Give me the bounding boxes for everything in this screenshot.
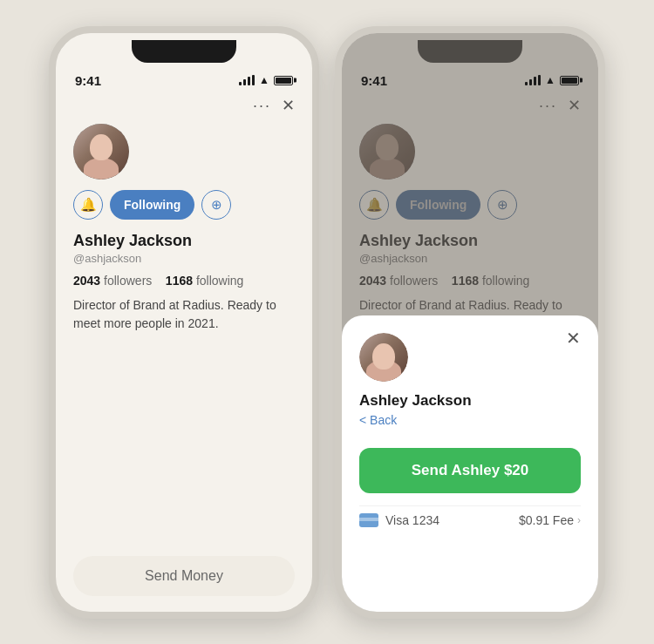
card-label: Visa 1234 bbox=[385, 513, 439, 527]
notch-shape-1 bbox=[132, 40, 236, 63]
signal-bars-2 bbox=[525, 75, 541, 85]
phone-overlay-2: ✕ Ashley Jackson Back Send Ashley $20 Vi… bbox=[342, 33, 598, 612]
modal-name: Ashley Jackson bbox=[359, 392, 581, 410]
phone-2: 9:41 ▲ ✕ Ashley Jackson Bac bbox=[335, 26, 605, 619]
payment-info-left: Visa 1234 bbox=[359, 513, 439, 527]
battery-icon-1 bbox=[274, 76, 293, 85]
wifi-icon-1: ▲ bbox=[259, 74, 269, 86]
more-options-btn-1[interactable]: ··· bbox=[253, 97, 271, 115]
fee-label: $0.91 Fee bbox=[519, 513, 574, 527]
followers-label-1: followers bbox=[104, 274, 152, 288]
signal-bars-1 bbox=[239, 75, 255, 85]
payment-fee[interactable]: $0.91 Fee › bbox=[519, 513, 581, 527]
time-1: 9:41 bbox=[75, 73, 101, 88]
profile-stats-1: 2043 followers 1168 following bbox=[73, 274, 295, 288]
following-btn-1[interactable]: Following bbox=[110, 190, 194, 220]
payment-info: Visa 1234 $0.91 Fee › bbox=[359, 505, 581, 534]
status-icons-1: ▲ bbox=[239, 74, 293, 86]
modal-avatar-art bbox=[359, 333, 408, 382]
modal-back-btn[interactable]: Back bbox=[359, 413, 581, 427]
phone-1: 9:41 ▲ ··· ✕ 🔔 Following bbox=[49, 26, 319, 619]
avatar-1 bbox=[73, 124, 129, 180]
modal-close-btn[interactable]: ✕ bbox=[566, 329, 581, 347]
status-icons-2: ▲ bbox=[525, 74, 579, 86]
following-label-1: following bbox=[196, 274, 243, 288]
chevron-right-icon: › bbox=[577, 514, 581, 526]
battery-icon-2 bbox=[560, 76, 579, 85]
bell-btn-1[interactable]: 🔔 bbox=[73, 190, 103, 220]
time-2: 9:41 bbox=[361, 73, 387, 88]
phones-container: 9:41 ▲ ··· ✕ 🔔 Following bbox=[31, 9, 623, 636]
card-header-1: ··· ✕ bbox=[73, 97, 295, 115]
avatar-art-1 bbox=[73, 124, 129, 180]
profile-bio-1: Director of Brand at Radius. Ready to me… bbox=[73, 296, 295, 333]
followers-count-1: 2043 bbox=[73, 274, 100, 288]
action-buttons-1: 🔔 Following ⊕ bbox=[73, 190, 295, 220]
profile-name-1: Ashley Jackson bbox=[73, 232, 295, 250]
wifi-icon-2: ▲ bbox=[545, 74, 555, 86]
payment-modal: ✕ Ashley Jackson Back Send Ashley $20 Vi… bbox=[342, 315, 598, 612]
profile-handle-1: @ashjackson bbox=[73, 252, 295, 265]
profile-card-1: ··· ✕ 🔔 Following ⊕ Ashley Jackson @ashj… bbox=[56, 92, 312, 350]
card-icon bbox=[359, 513, 378, 527]
close-btn-1[interactable]: ✕ bbox=[282, 98, 295, 113]
following-count-1: 1168 bbox=[166, 274, 193, 288]
status-bar-1: 9:41 ▲ bbox=[56, 64, 312, 92]
status-bar-2: 9:41 ▲ bbox=[342, 64, 598, 92]
add-btn-1[interactable]: ⊕ bbox=[201, 190, 231, 220]
send-money-btn-1[interactable]: Send Money bbox=[73, 556, 295, 596]
send-ashley-btn[interactable]: Send Ashley $20 bbox=[359, 448, 581, 493]
modal-avatar bbox=[359, 333, 408, 382]
notch-1 bbox=[56, 33, 312, 64]
